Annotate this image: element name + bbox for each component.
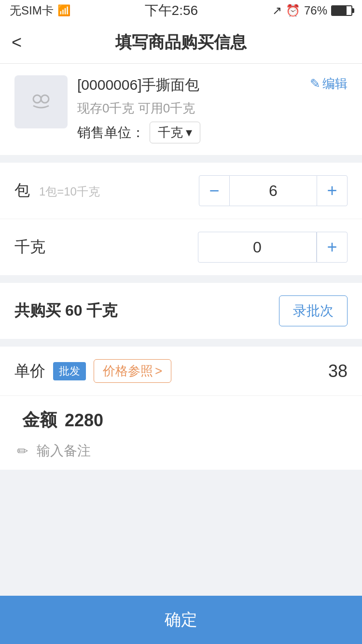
kg-input-row: 千克 + <box>0 219 362 275</box>
bao-minus-button[interactable]: − <box>199 175 230 206</box>
bao-plus-button[interactable]: + <box>317 175 348 206</box>
product-unit-row: 销售单位： 千克 ▾ <box>77 122 348 143</box>
wifi-icon: 📶 <box>57 4 70 17</box>
price-ref-arrow-icon: > <box>155 364 162 378</box>
batch-button[interactable]: 录批次 <box>279 295 348 326</box>
kg-plus-button[interactable]: + <box>317 232 348 263</box>
status-bar: 无SIM卡 📶 下午2:56 ↗ ⏰ 76% <box>0 0 362 21</box>
status-right: ↗ ⏰ 76% <box>272 4 352 17</box>
svg-point-0 <box>33 95 41 103</box>
product-header-row: [0000006]手撕面包 ✎ 编辑 <box>77 75 348 100</box>
kg-qty-input[interactable] <box>198 232 317 263</box>
kg-qty-control: + <box>198 232 348 263</box>
price-section: 单价 批发 价格参照 > 38 <box>0 347 362 396</box>
amount-label: 金额 <box>22 408 57 432</box>
price-type-tag: 批发 <box>53 362 86 380</box>
bao-qty-control: − + <box>199 175 348 206</box>
nav-bar: < 填写商品购买信息 <box>0 21 362 64</box>
product-logo-icon <box>27 87 56 116</box>
edit-icon: ✎ <box>310 76 320 91</box>
remark-label: 输入备注 <box>37 442 91 460</box>
bao-qty-input[interactable] <box>230 175 317 206</box>
product-thumbnail <box>14 75 68 128</box>
bao-input-row: 包 1包=10千克 − + <box>0 163 362 219</box>
status-left: 无SIM卡 📶 <box>10 3 70 18</box>
summary-section: 共购买 60 千克 录批次 <box>0 283 362 339</box>
location-icon: ↗ <box>272 4 282 17</box>
page-title: 填写商品购买信息 <box>115 31 247 54</box>
unit-label: 销售单位： <box>77 124 145 142</box>
edit-label: 编辑 <box>322 75 348 92</box>
amount-section: 金额 2280 ✏ 输入备注 <box>0 396 362 470</box>
back-button[interactable]: < <box>12 32 22 53</box>
price-ref-label: 价格参照 <box>103 363 153 379</box>
product-name: [0000006]手撕面包 <box>77 75 199 95</box>
amount-value: 2280 <box>65 410 103 431</box>
confirm-button[interactable]: 确定 <box>0 596 362 644</box>
price-value: 38 <box>328 361 348 381</box>
battery-icon <box>331 5 352 16</box>
pencil-icon: ✏ <box>14 443 30 459</box>
product-info: [0000006]手撕面包 ✎ 编辑 现存0千克 可用0千克 销售单位： 千克 … <box>77 75 348 143</box>
carrier-label: 无SIM卡 <box>10 3 54 18</box>
price-ref-button[interactable]: 价格参照 > <box>94 359 171 383</box>
alarm-icon: ⏰ <box>286 4 300 17</box>
status-time: 下午2:56 <box>145 1 198 20</box>
main-content: [0000006]手撕面包 ✎ 编辑 现存0千克 可用0千克 销售单位： 千克 … <box>0 64 362 622</box>
product-card: [0000006]手撕面包 ✎ 编辑 现存0千克 可用0千克 销售单位： 千克 … <box>0 64 362 155</box>
battery-percent: 76% <box>304 4 327 17</box>
svg-point-1 <box>41 95 49 103</box>
kg-label: 千克 <box>14 237 198 258</box>
dropdown-arrow-icon: ▾ <box>186 125 192 140</box>
unit-dropdown[interactable]: 千克 ▾ <box>150 122 200 143</box>
remark-row[interactable]: ✏ 输入备注 <box>14 442 348 460</box>
amount-row: 金额 2280 <box>14 408 348 432</box>
price-label: 单价 <box>14 361 45 382</box>
summary-text: 共购买 60 千克 <box>14 300 117 322</box>
bao-label: 包 1包=10千克 <box>14 180 199 201</box>
edit-button[interactable]: ✎ 编辑 <box>310 75 348 92</box>
bao-hint: 1包=10千克 <box>39 185 100 198</box>
unit-value: 千克 <box>158 124 183 141</box>
product-stock: 现存0千克 可用0千克 <box>77 100 348 117</box>
bao-input-section: 包 1包=10千克 − + 千克 + <box>0 163 362 275</box>
